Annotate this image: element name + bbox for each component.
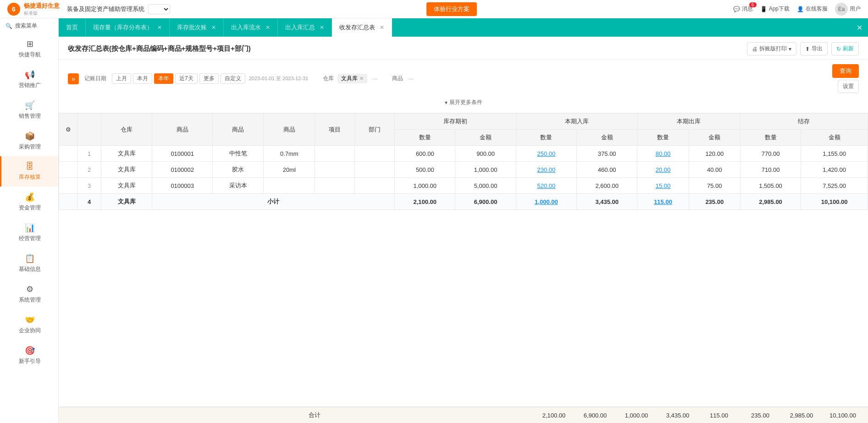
tab-stock-dist-label: 现存量（库存分布表）: [93, 23, 153, 32]
tab-close-flow[interactable]: ✕: [265, 24, 270, 31]
tab-home[interactable]: 首页: [59, 18, 86, 37]
cell-in-qty[interactable]: 250.00: [516, 146, 576, 162]
warehouse-tag-close[interactable]: ✕: [359, 76, 364, 82]
cell-in-amt: 3,435.00: [577, 194, 637, 210]
cell-in-qty[interactable]: 230.00: [516, 162, 576, 178]
th-project: 项目: [315, 114, 355, 146]
sidebar-item-newbie[interactable]: 🎯 新手引导: [0, 340, 58, 371]
footer-out-qty: 115.00: [698, 412, 740, 419]
expand-more-btn[interactable]: ▾ 展开更多条件: [440, 97, 487, 108]
th-in-qty: 数量: [516, 130, 576, 146]
date-btn-7days[interactable]: 近7天: [175, 73, 198, 84]
experience-btn[interactable]: 体验行业方案: [426, 2, 477, 16]
query-btn[interactable]: 查询: [832, 64, 859, 78]
tab-recv-summary-label: 收发存汇总表: [339, 23, 375, 32]
avatar: Ea: [835, 3, 848, 16]
expand-more-row: ▾ 展开更多条件: [68, 97, 859, 108]
cell-out-qty[interactable]: 80.00: [637, 146, 689, 162]
cell-project: [315, 146, 355, 162]
product-more-btn[interactable]: ···: [409, 76, 413, 82]
th-opening-amt: 金额: [455, 130, 516, 146]
user-btn[interactable]: Ea 用户: [835, 3, 861, 16]
settings-btn[interactable]: 设置: [838, 80, 859, 93]
sidebar-item-enterprise[interactable]: 🤝 企业协同: [0, 309, 58, 340]
sidebar-item-purchase[interactable]: 📦 采购管理: [0, 126, 58, 156]
cell-in-qty[interactable]: 520.00: [516, 178, 576, 194]
th-opening: 库存期初: [395, 114, 516, 130]
table-row: 1 文具库 0100001 中性笔 0.7mm 600.00 900.00 25…: [59, 146, 868, 162]
table-body: 1 文具库 0100001 中性笔 0.7mm 600.00 900.00 25…: [59, 146, 868, 210]
support-icon: 👤: [797, 6, 804, 12]
system-name: 装备及固定资产辅助管理系统: [67, 5, 144, 13]
tab-bar-close-btn[interactable]: ✕: [851, 18, 868, 37]
sidebar-item-marketing[interactable]: 📢 营销推广: [0, 64, 58, 95]
tab-close-summary[interactable]: ✕: [320, 24, 324, 31]
sidebar-item-inventory[interactable]: 🗄 库存核算: [0, 156, 58, 187]
cell-out-amt: 75.00: [689, 178, 740, 194]
sidebar-search[interactable]: 🔍 搜索菜单: [0, 18, 58, 33]
sidebar-item-finance[interactable]: 💰 资金管理: [0, 187, 58, 217]
filter-row-main: » 记账日期 上月 本月 本年 近7天 更多 自定义 2023-01-01 至 …: [68, 64, 859, 93]
expand-more-icon: ▾: [445, 99, 448, 106]
tab-recv-summary[interactable]: 收发存汇总表 ✕: [332, 18, 392, 37]
cell-dept: [355, 162, 395, 178]
app-download-btn[interactable]: 📱 App下载: [760, 5, 790, 13]
tab-batch[interactable]: 库存批次账 ✕: [170, 18, 224, 37]
th-warehouse: 仓库: [101, 114, 152, 146]
th-no: [77, 114, 101, 146]
message-btn[interactable]: 💬 消息 6: [733, 5, 753, 13]
operations-icon: 📊: [25, 223, 35, 233]
date-btn-this-year[interactable]: 本年: [154, 73, 173, 84]
date-btn-more[interactable]: 更多: [199, 73, 219, 84]
date-btn-last-month[interactable]: 上月: [112, 73, 131, 84]
warehouse-more-btn[interactable]: ···: [373, 76, 377, 82]
cell-out-amt: 40.00: [689, 162, 740, 178]
tab-summary[interactable]: 出入库汇总 ✕: [278, 18, 332, 37]
sidebar-item-sales[interactable]: 🛒 销售管理: [0, 95, 58, 126]
table-footer: 合计 2,100.00 6,900.00 1,000.00 3,435.00 1…: [59, 407, 868, 423]
chevron-down-icon: ▾: [789, 46, 791, 52]
date-btn-custom[interactable]: 自定义: [221, 73, 245, 84]
refresh-btn[interactable]: ↻ 刷新: [831, 42, 859, 55]
th-sku-code: 商品: [152, 114, 213, 146]
cell-no: 2: [77, 162, 101, 178]
th-dept: 部门: [355, 114, 395, 146]
inventory-icon: 🗄: [26, 162, 34, 171]
cell-in-qty[interactable]: 1,000.00: [516, 194, 576, 210]
cell-out-qty[interactable]: 15.00: [637, 178, 689, 194]
filter-expand-btn[interactable]: »: [68, 73, 79, 84]
th-in-amt: 金额: [577, 130, 637, 146]
system-selector[interactable]: [148, 4, 170, 14]
cell-sku-name: 中性笔: [213, 146, 264, 162]
tab-close-batch[interactable]: ✕: [211, 24, 216, 31]
cell-opening-amt: 900.00: [455, 146, 516, 162]
print-btn[interactable]: 🖨 拆账版打印 ▾: [747, 42, 796, 55]
cell-opening-qty: 500.00: [395, 162, 455, 178]
sidebar-item-base-info[interactable]: 📋 基础信息: [0, 248, 58, 279]
cell-sku-name: 胶水: [213, 162, 264, 178]
th-period-in: 本期入库: [516, 114, 637, 130]
cell-close-amt: 1,420.00: [801, 162, 868, 178]
online-support-btn[interactable]: 👤 在线客服: [797, 5, 828, 13]
tab-close-recv-summary[interactable]: ✕: [380, 24, 384, 31]
sidebar-item-operations[interactable]: 📊 经营管理: [0, 217, 58, 248]
export-btn[interactable]: ⬆ 导出: [800, 42, 828, 55]
cell-out-qty[interactable]: 115.00: [637, 194, 689, 210]
cell-no: 4: [77, 194, 101, 210]
cell-project: [315, 162, 355, 178]
tab-stock-dist[interactable]: 现存量（库存分布表） ✕: [86, 18, 170, 37]
warehouse-label: 仓库: [323, 75, 334, 82]
tab-flow[interactable]: 出入库流水 ✕: [224, 18, 278, 37]
sidebar-item-label: 基础信息: [19, 265, 41, 273]
sidebar-item-quick-nav[interactable]: ⊞ 快捷导航: [0, 33, 58, 64]
cell-close-amt: 10,100.00: [801, 194, 868, 210]
cell-out-qty[interactable]: 20.00: [637, 162, 689, 178]
warehouse-tag-text: 文具库: [341, 75, 358, 82]
footer-opening-amt: 6,900.00: [575, 412, 616, 419]
date-btn-this-month[interactable]: 本月: [133, 73, 152, 84]
cell-in-amt: 460.00: [577, 162, 637, 178]
sidebar-item-label: 快捷导航: [19, 51, 41, 59]
tab-close-stock-dist[interactable]: ✕: [157, 24, 162, 31]
sidebar-item-system[interactable]: ⚙ 系统管理: [0, 279, 58, 309]
download-icon: 📱: [760, 6, 767, 12]
